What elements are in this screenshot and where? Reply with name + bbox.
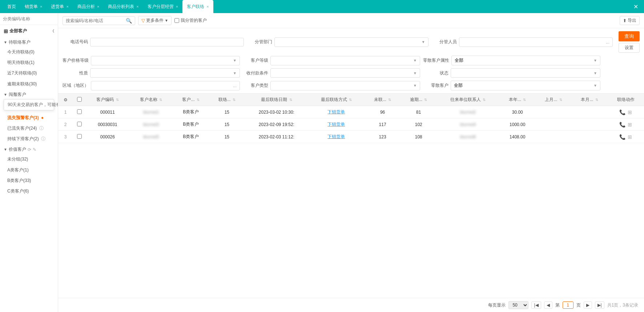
region-label: 区域（地区） bbox=[63, 82, 89, 89]
last-page-btn[interactable]: ▶| bbox=[595, 301, 604, 309]
sidebar-item-class-a[interactable]: A类客户(1) bbox=[0, 165, 58, 175]
row-uncontacted-2: 117 bbox=[365, 118, 401, 131]
sidebar-item-declining[interactable]: 持续下滑客户(2) ⓘ bbox=[0, 134, 58, 144]
sidebar-all-customers[interactable]: ⊞ 全部客户 《 bbox=[0, 25, 58, 37]
row-check-2[interactable] bbox=[73, 118, 86, 131]
tab-product-analysis-list[interactable]: 商品分析列表 × bbox=[104, 0, 143, 13]
tab-purchase-order[interactable]: 进货单 × bbox=[47, 0, 73, 13]
sidebar-item-today-contact[interactable]: 今天待联络(0) bbox=[0, 47, 58, 57]
page-label: 第 bbox=[555, 302, 560, 308]
row-last-way-2[interactable]: 下销货单 bbox=[308, 118, 365, 131]
tab-sales-order[interactable]: 销货单 × bbox=[20, 0, 47, 13]
action-phone-icon-2[interactable]: 📞 bbox=[619, 122, 625, 127]
close-tab-sales-order[interactable]: × bbox=[40, 4, 42, 9]
action-grid-icon-3[interactable]: ⊞ bbox=[628, 134, 632, 140]
select-all-checkbox[interactable] bbox=[77, 97, 82, 102]
th-settings[interactable]: ⚙ bbox=[58, 94, 73, 106]
sidebar-group-value-customers[interactable]: ▼ 价值客户 ⟳ ✎ bbox=[0, 144, 58, 154]
row-check-3[interactable] bbox=[73, 131, 86, 143]
refresh-icon[interactable]: ⟳ bbox=[28, 147, 31, 152]
phone-input[interactable] bbox=[90, 38, 244, 46]
filter-right-btns: 查询 设置 bbox=[619, 31, 640, 53]
filter-row-3: 性质 ▼ 收付款条件 ▼ 状态 bbox=[63, 68, 640, 78]
row-code-1: 000011 bbox=[86, 106, 129, 118]
filter-search-btn[interactable]: 🔍 bbox=[126, 18, 132, 24]
query-btn[interactable]: 查询 bbox=[619, 31, 640, 41]
tab-home[interactable]: 首页 bbox=[3, 0, 20, 13]
th-action: 联络动作 bbox=[608, 94, 644, 106]
close-tab-product-analysis[interactable]: × bbox=[97, 4, 99, 9]
sort-unit-contact-icon: ⇅ bbox=[483, 98, 486, 102]
action-phone-icon-3[interactable]: 📞 bbox=[619, 134, 625, 140]
tab-customer-contact[interactable]: 客户联络 × bbox=[182, 0, 213, 13]
filter-form: 电话号码 分管部门 ▼ 分管人员 ... 查询 设置 bbox=[58, 28, 644, 94]
table-row: 1 000011 blurred1 B类客户 15 2023-03-02 10:… bbox=[58, 106, 644, 118]
th-level: 客户... ⇅ bbox=[173, 94, 209, 106]
retail-attr-select[interactable]: 全部 ▼ bbox=[451, 56, 600, 65]
action-phone-icon-1[interactable]: 📞 bbox=[619, 109, 625, 115]
sidebar-item-overdue-contact[interactable]: 逾期未联络(30) bbox=[0, 79, 58, 89]
manager-dots[interactable]: ... bbox=[459, 37, 613, 47]
status-select[interactable]: ▼ bbox=[451, 68, 600, 78]
export-btn[interactable]: ⬆ 导出 bbox=[620, 16, 640, 25]
row-check-1[interactable] bbox=[73, 106, 86, 118]
sort-contact-icon: ⇅ bbox=[233, 98, 236, 102]
th-last-contact-date: 最后联络日期 ⇅ bbox=[245, 94, 308, 106]
sidebar-item-class-c[interactable]: C类客户(6) bbox=[0, 186, 58, 196]
next-page-btn[interactable]: ▶ bbox=[584, 301, 592, 309]
sidebar-search-input[interactable] bbox=[3, 16, 57, 21]
nature-select[interactable]: ▼ bbox=[90, 68, 240, 78]
close-tab-customer-contact[interactable]: × bbox=[206, 4, 209, 9]
row-uncontacted-1: 96 bbox=[365, 106, 401, 118]
tab-customer-layering[interactable]: 客户分层经营 × bbox=[143, 0, 182, 13]
first-page-btn[interactable]: |◀ bbox=[531, 301, 541, 309]
close-tab-product-analysis-list[interactable]: × bbox=[136, 4, 138, 9]
sort-level-icon: ⇅ bbox=[197, 98, 200, 102]
close-tab-purchase-order[interactable]: × bbox=[66, 4, 68, 9]
retail-customer-select[interactable]: 全部 ▼ bbox=[451, 81, 600, 90]
sidebar-item-7days-contact[interactable]: 近7天待联络(0) bbox=[0, 68, 58, 78]
dept-select[interactable]: ▼ bbox=[274, 37, 428, 47]
my-customers-checkbox-label[interactable]: 我分管的客户 bbox=[174, 17, 207, 24]
close-window-btn[interactable]: ✕ bbox=[631, 3, 641, 10]
status-label: 状态 bbox=[423, 70, 448, 76]
filter-row-2: 客户价格等级 ▼ 客户等级 ▼ 零散客户属性 全部 bbox=[63, 56, 640, 65]
filter-row-1: 电话号码 分管部门 ▼ 分管人员 ... 查询 设置 bbox=[63, 31, 640, 53]
prev-page-btn[interactable]: ◀ bbox=[544, 301, 552, 309]
customer-level-select[interactable]: ▼ bbox=[270, 56, 420, 65]
filter-field-payment-terms: 收付款条件 ▼ bbox=[243, 68, 420, 78]
action-grid-icon-2[interactable]: ⊞ bbox=[628, 122, 632, 127]
per-page-select[interactable]: 50 100 200 bbox=[508, 301, 528, 309]
payment-terms-select[interactable]: ▼ bbox=[270, 68, 420, 78]
my-customers-checkbox[interactable] bbox=[174, 18, 179, 23]
row-this-year-3: 1408.00 bbox=[499, 131, 535, 143]
filter-field-dept: 分管部门 ▼ bbox=[247, 37, 428, 47]
row-name-2: blurred3 bbox=[129, 118, 173, 131]
filter-search-input[interactable] bbox=[66, 18, 126, 23]
price-level-select[interactable]: ▼ bbox=[91, 56, 240, 65]
tab-product-analysis[interactable]: 商品分析 × bbox=[73, 0, 104, 13]
close-tab-customer-layering[interactable]: × bbox=[176, 4, 178, 9]
sidebar-group-pending-contact[interactable]: ▼ 待联络客户 bbox=[0, 37, 58, 47]
settings-col-icon[interactable]: ⚙ bbox=[64, 97, 68, 102]
current-page-input[interactable] bbox=[563, 301, 573, 309]
row-num-3: 3 bbox=[58, 131, 73, 143]
filter-more-btn[interactable]: ▽ 更多条件 ▼ bbox=[138, 16, 172, 25]
settings-btn[interactable]: 设置 bbox=[619, 43, 640, 53]
customer-type-select[interactable]: ▼ bbox=[270, 81, 420, 90]
sidebar-item-class-b[interactable]: B类客户(33) bbox=[0, 175, 58, 186]
row-last-way-3[interactable]: 下销货单 bbox=[308, 131, 365, 143]
edit-icon[interactable]: ✎ bbox=[33, 147, 36, 152]
sidebar-item-tomorrow-contact[interactable]: 明天待联络(1) bbox=[0, 57, 58, 68]
action-grid-icon-1[interactable]: ⊞ bbox=[628, 109, 632, 115]
sidebar-item-churned[interactable]: 已流失客户(24) ⓘ bbox=[0, 123, 58, 134]
sidebar-item-ungrouped[interactable]: 未分组(32) bbox=[0, 154, 58, 165]
page-unit-label: 页 bbox=[576, 302, 581, 308]
row-last-way-1[interactable]: 下销货单 bbox=[308, 106, 365, 118]
filter-field-status: 状态 ▼ bbox=[423, 68, 600, 78]
sidebar-group-churn-customers[interactable]: ▼ 闯颓客户 bbox=[0, 89, 58, 99]
sidebar-item-churn-warning[interactable]: 流失预警客户(3) ● bbox=[0, 113, 58, 123]
region-dots[interactable]: ... bbox=[91, 81, 240, 90]
manager-label: 分管人员 bbox=[431, 39, 457, 45]
th-check[interactable] bbox=[73, 94, 86, 106]
